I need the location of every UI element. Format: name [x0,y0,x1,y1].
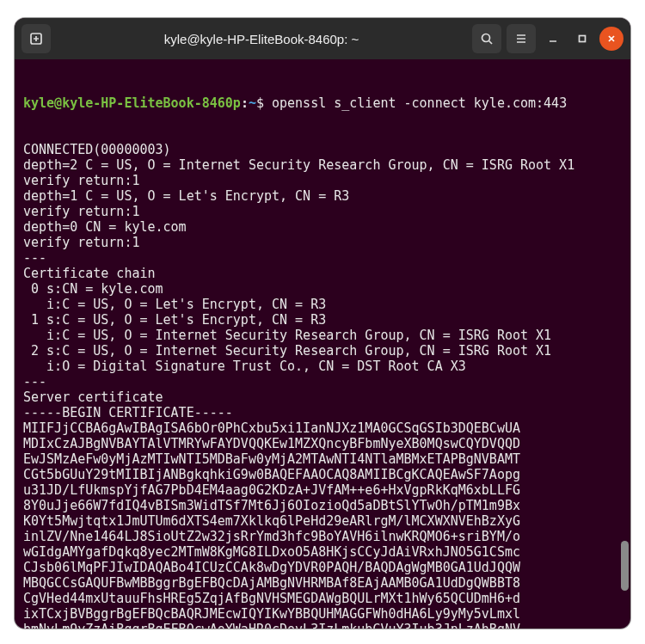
terminal-window: kyle@kyle-HP-EliteBook-8460p: ~ [15,18,630,629]
output-line: verify return:1 [23,235,622,250]
output-line: 8Y0uJje66W7fdIQ4vBISm3WidTSf7Mt6Jj6OIozi… [23,498,622,513]
output-line: i:C = US, O = Let's Encrypt, CN = R3 [23,297,622,312]
output-line: 1 s:C = US, O = Let's Encrypt, CN = R3 [23,312,622,328]
output-line: K0Yt5Mwjtqtx1JmUTUm6dXTS4em7Xklkq6lPeHd2… [23,513,622,529]
prompt-colon: : [241,95,249,111]
output-line: wGIdgAMYgafDqkq8yec2MTmW8KgMG8ILDxoO5A8H… [23,544,622,560]
output-line: MBQGCCsGAQUFBwMBBggrBgEFBQcDAjAMBgNVHRMB… [23,575,622,591]
output-line: ixTCxjBVBggrBgEFBQcBAQRJMEcwIQYIKwYBBQUH… [23,606,622,622]
output-line: CONNECTED(00000003) [23,142,622,157]
output-line: 0 s:CN = kyle.com [23,281,622,297]
scrollbar-track[interactable] [620,59,629,629]
output-line: MIIFJjCCBA6gAwIBAgISA6bOr0PhCxbu5xi1IanN… [23,420,622,436]
menu-button[interactable] [507,24,536,53]
output-line: CJsb06lMqPFJIwIDAQABo4ICUzCCAk8wDgYDVR0P… [23,560,622,575]
titlebar: kyle@kyle-HP-EliteBook-8460p: ~ [15,18,630,59]
svg-rect-9 [580,36,586,42]
output-line: 2 s:C = US, O = Internet Security Resear… [23,343,622,359]
maximize-icon [577,34,587,44]
output-line: MDIxCzAJBgNVBAYTAlVTMRYwFAYDVQQKEw1MZXQn… [23,436,622,451]
close-button[interactable] [599,27,624,51]
output-line: depth=1 C = US, O = Let's Encrypt, CN = … [23,188,622,204]
minimize-button[interactable] [541,27,565,51]
minimize-icon [548,34,558,44]
output-line: inlZV/Nne1464LJ8SioUtZ2w32jsRrYmd3hfc9Bo… [23,529,622,544]
new-tab-icon [28,31,44,46]
output-line: depth=2 C = US, O = Internet Security Re… [23,157,622,173]
output-line: Server certificate [23,389,622,405]
output-line: depth=0 CN = kyle.com [23,219,622,235]
prompt-line: kyle@kyle-HP-EliteBook-8460p:~$ openssl … [23,95,622,111]
search-button[interactable] [472,24,501,53]
output-line: u31JD/LfUkmspYjfAG7PbD4EM4aag0G2KDzA+JVf… [23,482,622,498]
output-line: i:O = Digital Signature Trust Co., CN = … [23,359,622,374]
search-icon [480,32,494,46]
output-line: EwJSMzAeFw0yMjAzMTIwNTI5MDBaFw0yMjA2MTAw… [23,451,622,467]
command-text: openssl s_client -connect kyle.com:443 [272,95,567,111]
output-line: Certificate chain [23,266,622,281]
svg-point-3 [482,34,490,42]
output-line: --- [23,374,622,389]
output-line: i:C = US, O = Internet Security Research… [23,328,622,343]
output-line: verify return:1 [23,173,622,188]
prompt-user-host: kyle@kyle-HP-EliteBook-8460p [23,95,241,111]
output-line: CgVHed44mxUtauuFhsHREg5ZqjAfBgNVHSMEGDAW… [23,591,622,606]
output-line: verify return:1 [23,204,622,219]
output-line: CGt5bGUuY29tMIIBIjANBgkqhkiG9w0BAQEFAAOC… [23,467,622,482]
scrollbar-thumb[interactable] [621,541,629,591]
prompt-path: ~ [249,95,256,111]
output-line: -----BEGIN CERTIFICATE----- [23,405,622,420]
window-title: kyle@kyle-HP-EliteBook-8460p: ~ [56,32,467,46]
new-tab-button[interactable] [22,24,51,53]
close-icon [606,34,617,44]
output-line: bmNyLm9yZzAiBggrBgEFBQcwAoYWaHR0cDovL3Iz… [23,622,622,629]
maximize-button[interactable] [570,27,594,51]
prompt-dollar: $ [256,95,272,111]
output-lines: CONNECTED(00000003)depth=2 C = US, O = I… [23,142,622,629]
terminal-body[interactable]: kyle@kyle-HP-EliteBook-8460p:~$ openssl … [15,59,630,629]
svg-line-4 [489,41,493,45]
hamburger-icon [514,32,528,46]
output-line: --- [23,250,622,266]
